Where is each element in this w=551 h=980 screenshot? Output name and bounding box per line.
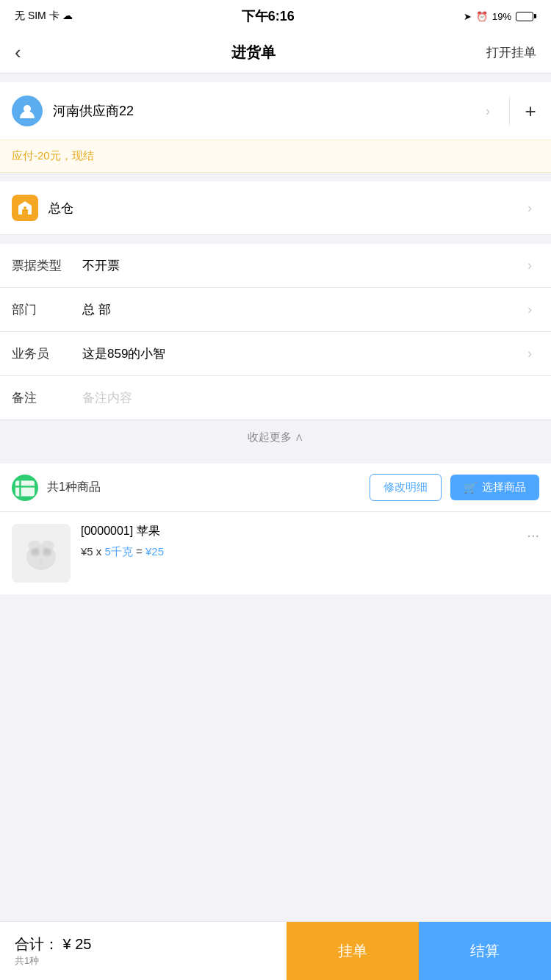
ticket-type-label: 票据类型 <box>12 257 71 274</box>
supplier-name: 河南供应商22 <box>53 102 486 120</box>
back-button[interactable]: ‹ <box>15 41 21 64</box>
warehouse-icon <box>12 195 38 221</box>
product-count: 共1种商品 <box>47 480 361 495</box>
remark-row[interactable]: 备注 备注内容 <box>0 376 551 419</box>
department-row[interactable]: 部门 总 部 › <box>0 288 551 332</box>
ticket-type-value: 不开票 <box>82 257 527 274</box>
supplier-select[interactable]: 河南供应商22 › <box>0 82 509 140</box>
chevron-right-icon: › <box>527 258 532 273</box>
cart-icon: 🛒 <box>464 481 478 494</box>
product-item: [0000001] 苹果 ¥5 x 5千克 = ¥25 ··· <box>0 512 551 594</box>
ticket-type-row[interactable]: 票据类型 不开票 › <box>0 244 551 288</box>
product-unit-price: ¥5 <box>81 545 93 558</box>
remark-placeholder: 备注内容 <box>82 389 539 406</box>
product-name: [0000001] 苹果 <box>81 524 516 539</box>
salesperson-value: 这是859的小智 <box>82 345 527 362</box>
product-quantity: 5千克 <box>105 545 133 558</box>
svg-point-9 <box>32 549 38 555</box>
svg-rect-1 <box>22 209 28 215</box>
department-value: 总 部 <box>82 301 527 318</box>
product-header: 共1种商品 修改明细 🛒 选择商品 <box>0 464 551 512</box>
department-label: 部门 <box>12 301 71 318</box>
salesperson-label: 业务员 <box>12 345 71 362</box>
svg-rect-3 <box>15 480 35 496</box>
select-product-button[interactable]: 🛒 选择商品 <box>450 475 539 500</box>
status-left: 无 SIM 卡 ☁ <box>15 10 73 23</box>
page-title: 进货单 <box>231 43 276 62</box>
status-time: 下午6:16 <box>242 7 295 25</box>
status-right: ➤ ⏰ 19% <box>464 11 536 22</box>
product-price-row: ¥5 x 5千克 = ¥25 <box>81 545 516 559</box>
chevron-right-icon: › <box>527 302 532 317</box>
product-section: 共1种商品 修改明细 🛒 选择商品 [0000001] 苹果 ¥5 <box>0 464 551 594</box>
salesperson-row[interactable]: 业务员 这是859的小智 › <box>0 332 551 376</box>
product-equals: = <box>136 545 145 558</box>
edit-detail-button[interactable]: 修改明细 <box>370 474 442 501</box>
bottom-spacer <box>0 594 551 668</box>
total-label: 合计： <box>15 936 59 952</box>
product-total: ¥25 <box>145 545 164 558</box>
battery-percent: 19% <box>492 11 511 22</box>
collapse-bar[interactable]: 收起更多 ∧ <box>0 419 551 455</box>
payment-banner: 应付-20元，现结 <box>0 140 551 173</box>
warehouse-label: 总仓 <box>48 200 527 217</box>
product-info: [0000001] 苹果 ¥5 x 5千克 = ¥25 <box>81 524 516 559</box>
checkout-button[interactable]: 结算 <box>419 922 551 980</box>
gap-2 <box>0 173 551 181</box>
status-bar: 无 SIM 卡 ☁ 下午6:16 ➤ ⏰ 19% <box>0 0 551 32</box>
hang-button[interactable]: 挂单 <box>287 922 419 980</box>
supplier-avatar <box>12 96 43 126</box>
product-multiply: x <box>96 545 105 558</box>
total-section: 合计： ¥ 25 共1种 <box>0 922 287 980</box>
gap-1 <box>0 73 551 82</box>
product-thumbnail <box>12 524 71 583</box>
alarm-icon: ⏰ <box>476 11 488 22</box>
supplier-section: 河南供应商22 › + <box>0 82 551 140</box>
add-supplier-button[interactable]: + <box>510 100 551 123</box>
warehouse-row[interactable]: 总仓 › <box>0 181 551 235</box>
chevron-right-icon: › <box>527 201 532 216</box>
bottom-bar: 合计： ¥ 25 共1种 挂单 结算 <box>0 921 551 980</box>
total-count: 共1种 <box>15 954 272 968</box>
battery-icon <box>516 12 536 21</box>
total-amount: 合计： ¥ 25 <box>15 934 272 954</box>
open-hang-button[interactable]: 打开挂单 <box>486 44 536 61</box>
svg-point-2 <box>24 206 26 209</box>
chevron-right-icon: › <box>527 346 532 361</box>
total-value: ¥ 25 <box>63 936 92 952</box>
product-icon <box>12 475 38 501</box>
nav-bar: ‹ 进货单 打开挂单 <box>0 32 551 73</box>
product-more-button[interactable]: ··· <box>527 527 539 544</box>
form-section: 票据类型 不开票 › 部门 总 部 › 业务员 这是859的小智 › 备注 备注… <box>0 244 551 419</box>
svg-point-10 <box>44 549 50 555</box>
location-icon: ➤ <box>464 11 472 22</box>
gap-4 <box>0 455 551 464</box>
chevron-right-icon: › <box>486 104 490 119</box>
remark-label: 备注 <box>12 389 71 406</box>
gap-3 <box>0 235 551 244</box>
